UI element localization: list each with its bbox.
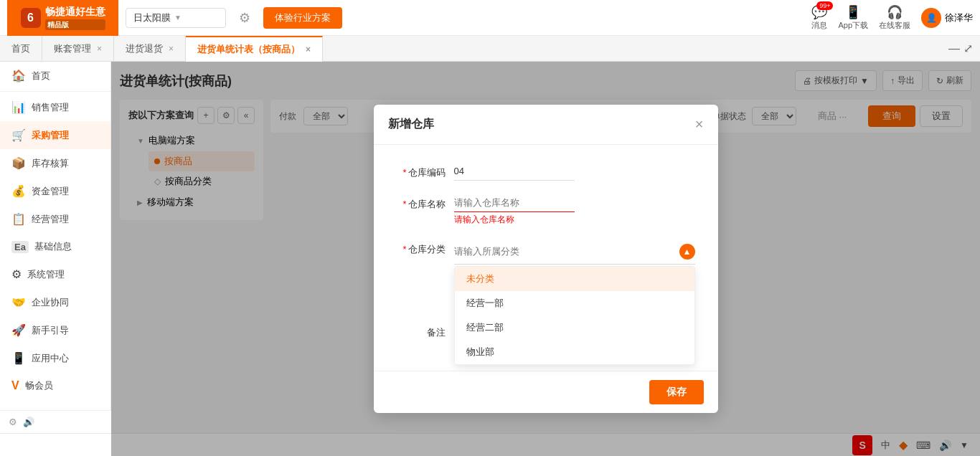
warehouse-name-row: 仓库名称 请输入仓库名称 [397, 194, 695, 226]
modal-close-button[interactable]: × [695, 116, 704, 133]
modal-footer: 保存 [374, 371, 718, 413]
top-bar-right: 💬 99+ 消息 📱 App下载 🎧 在线客服 👤 徐泽华 [811, 4, 973, 31]
purchase-icon: 🛒 [11, 128, 26, 142]
finance-icon: 💰 [11, 184, 26, 198]
content-area: 进货单统计(按商品) 🖨 按模板打印 ▼ ↑ 导出 ↻ 刷新 [111, 62, 980, 456]
footer-gear-icon[interactable]: ⚙ [9, 417, 17, 427]
category-dropdown-list: 未分类 经营一部 经营二部 物业部 [454, 266, 695, 365]
operations-icon: 📋 [11, 212, 26, 226]
sidebar-item-sales[interactable]: 📊 销售管理 [0, 93, 110, 121]
tab-minimize-button[interactable]: — [948, 42, 960, 55]
trial-button[interactable]: 体验行业方案 [263, 7, 342, 29]
vip-icon: V [11, 379, 19, 392]
tab-account-manage[interactable]: 账套管理 × [42, 36, 114, 62]
close-tab-2[interactable]: × [169, 44, 174, 54]
tab-bar-right: — ⤢ [948, 42, 980, 55]
guide-icon: 🚀 [11, 323, 26, 337]
sidebar-item-finance[interactable]: 💰 资金管理 [0, 177, 110, 205]
sidebar-item-home[interactable]: 🏠 首页 [0, 62, 110, 90]
sidebar-item-operations[interactable]: 📋 经营管理 [0, 205, 110, 233]
warehouse-code-wrap [454, 162, 695, 181]
warehouse-name-error: 请输入仓库名称 [454, 214, 695, 226]
online-service-button[interactable]: 🎧 在线客服 [879, 4, 910, 31]
footer-speaker-icon[interactable]: 🔊 [23, 417, 34, 427]
new-warehouse-modal: 新增仓库 × 仓库编码 仓库名称 请输入仓库名称 [374, 105, 718, 413]
sidebar-item-guide[interactable]: 🚀 新手引导 [0, 316, 110, 344]
main-layout: 🏠 首页 📊 销售管理 🛒 采购管理 📦 库存核算 💰 资金管理 📋 经营管理 … [0, 62, 980, 456]
home-icon: 🏠 [11, 69, 26, 82]
inventory-icon: 📦 [11, 156, 26, 170]
sidebar-item-purchase[interactable]: 🛒 采购管理 [0, 121, 110, 149]
sidebar-item-enterprise[interactable]: 🤝 企业协同 [0, 288, 110, 316]
dropdown-option-unclassified[interactable]: 未分类 [455, 267, 694, 291]
sidebar-divider-1 [0, 91, 110, 92]
modal-body: 仓库编码 仓库名称 请输入仓库名称 仓库分类 [374, 145, 718, 371]
close-tab-1[interactable]: × [97, 44, 102, 54]
dropdown-option-dept3[interactable]: 物业部 [455, 340, 694, 364]
tab-purchase-return[interactable]: 进货退货 × [114, 36, 186, 62]
dropdown-option-dept2[interactable]: 经营二部 [455, 315, 694, 340]
warehouse-code-row: 仓库编码 [397, 162, 695, 181]
category-input[interactable] [454, 242, 679, 260]
warehouse-name-wrap: 请输入仓库名称 [454, 194, 695, 226]
warehouse-name-input[interactable] [454, 194, 575, 212]
warehouse-category-label: 仓库分类 [397, 239, 454, 256]
close-tab-3[interactable]: × [306, 44, 311, 54]
sidebar-item-app-center[interactable]: 📱 应用中心 [0, 344, 110, 372]
warehouse-category-row: 仓库分类 ▲ 未分类 经营一部 经营二部 物业部 [397, 239, 695, 265]
message-button[interactable]: 💬 99+ 消息 [811, 4, 827, 31]
modal-header: 新增仓库 × [374, 105, 718, 145]
store-arrow-icon: ▼ [174, 14, 182, 22]
tab-bar: 首页 账套管理 × 进货退货 × 进货单统计表（按商品） × — ⤢ [0, 36, 980, 62]
avatar: 👤 [921, 8, 941, 28]
sidebar-footer: ⚙ 🔊 [0, 410, 111, 433]
dropdown-option-dept1[interactable]: 经营一部 [455, 291, 694, 315]
warehouse-category-wrap: ▲ 未分类 经营一部 经营二部 物业部 [454, 239, 695, 265]
enterprise-icon: 🤝 [11, 295, 26, 309]
logo-area: 6 畅捷通好生意 精品版 [7, 0, 118, 36]
sidebar-item-inventory[interactable]: 📦 库存核算 [0, 149, 110, 177]
sidebar-item-vip[interactable]: V 畅会员 [0, 372, 110, 399]
store-selector[interactable]: 日太阳膜 ▼ [126, 8, 226, 28]
warehouse-code-label: 仓库编码 [397, 162, 454, 179]
user-area[interactable]: 👤 徐泽华 [921, 8, 973, 28]
warehouse-code-input[interactable] [454, 162, 575, 181]
sidebar-item-system[interactable]: ⚙ 系统管理 [0, 260, 110, 288]
logo-text: 畅捷通好生意 精品版 [45, 5, 105, 30]
tab-expand-button[interactable]: ⤢ [963, 42, 973, 55]
warehouse-note-label: 备注 [397, 322, 454, 339]
app-center-icon: 📱 [11, 351, 26, 365]
system-icon: ⚙ [11, 267, 22, 281]
save-button[interactable]: 保存 [649, 380, 704, 404]
category-dropdown[interactable]: ▲ [454, 239, 695, 265]
modal-title: 新增仓库 [388, 117, 434, 132]
app-download-button[interactable]: 📱 App下载 [838, 4, 868, 31]
settings-button[interactable]: ⚙ [233, 6, 256, 29]
warehouse-name-label: 仓库名称 [397, 194, 454, 211]
logo-icon: 6 [21, 8, 41, 28]
sidebar-item-basic-info[interactable]: Ea 基础信息 [0, 233, 110, 260]
tab-purchase-stats[interactable]: 进货单统计表（按商品） × [186, 36, 323, 62]
category-arrow-button[interactable]: ▲ [679, 244, 695, 260]
sidebar: 🏠 首页 📊 销售管理 🛒 采购管理 📦 库存核算 💰 资金管理 📋 经营管理 … [0, 62, 111, 456]
headset-icon: 🎧 [887, 4, 903, 20]
download-icon: 📱 [845, 4, 861, 20]
top-bar: 6 畅捷通好生意 精品版 日太阳膜 ▼ ⚙ 体验行业方案 💬 99+ 消息 📱 … [0, 0, 980, 36]
tab-home[interactable]: 首页 [0, 36, 42, 62]
sales-icon: 📊 [11, 100, 26, 114]
basic-info-icon: Ea [11, 241, 29, 253]
